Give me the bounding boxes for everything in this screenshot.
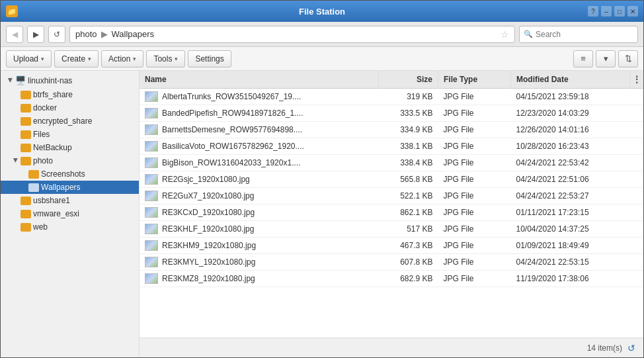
sidebar-item-photo[interactable]: ▶ photo bbox=[1, 154, 139, 167]
create-button[interactable]: Create ▾ bbox=[54, 50, 99, 67]
sidebar-item-docker[interactable]: docker bbox=[1, 101, 139, 114]
app-window: 📁 File Station ? – □ ✕ ◀ ▶ ↺ photo ▶ Wal… bbox=[0, 0, 644, 358]
help-button[interactable]: ? bbox=[588, 6, 598, 17]
file-name: BigBison_ROW1316042033_1920x1.... bbox=[162, 158, 300, 167]
table-row[interactable]: RE3KCxD_1920x1080.jpg 862.1 KB JPG File … bbox=[140, 204, 643, 221]
folder-icon-vmware bbox=[20, 210, 31, 218]
view-more-button[interactable]: ▾ bbox=[596, 50, 616, 67]
file-name-cell: RE2Gsjc_1920x1080.jpg bbox=[140, 171, 379, 188]
wallpapers-label: Wallpapers bbox=[41, 183, 81, 192]
sidebar-item-usbshare1[interactable]: usbshare1 bbox=[1, 194, 139, 207]
file-name: BarnettsDemesne_ROW9577694898.... bbox=[162, 125, 302, 134]
col-size[interactable]: Size bbox=[379, 71, 438, 89]
btrfs-label: btrfs_share bbox=[33, 90, 73, 99]
file-type: JPG File bbox=[438, 254, 511, 271]
file-modified: 12/26/2020 14:01:16 bbox=[511, 122, 630, 138]
file-type: JPG File bbox=[438, 122, 511, 138]
search-icon: 🔍 bbox=[524, 30, 533, 38]
tools-arrow: ▾ bbox=[175, 56, 178, 62]
titlebar: 📁 File Station ? – □ ✕ bbox=[1, 1, 643, 22]
table-header: Name Size File Type Modified Date bbox=[140, 71, 643, 89]
file-thumbnail bbox=[145, 91, 158, 102]
file-name-cell: RE2GuX7_1920x1080.jpg bbox=[140, 188, 379, 204]
folder-icon-photo bbox=[20, 157, 31, 165]
tools-button[interactable]: Tools ▾ bbox=[146, 50, 185, 67]
window-title: File Station bbox=[299, 7, 345, 17]
table-row[interactable]: AlbertaTrunks_ROW3515049267_19.... 319 K… bbox=[140, 89, 643, 105]
file-modified: 11/19/2020 17:38:06 bbox=[511, 271, 630, 287]
file-more bbox=[630, 105, 644, 122]
vmware-label: vmware_esxi bbox=[33, 209, 79, 218]
file-size: 333.5 KB bbox=[379, 105, 438, 122]
sidebar-item-btrfs_share[interactable]: btrfs_share bbox=[1, 88, 139, 101]
close-button[interactable]: ✕ bbox=[627, 6, 638, 17]
file-name: RE3KHLF_1920x1080.jpg bbox=[162, 224, 254, 234]
table-row[interactable]: BigBison_ROW1316042033_1920x1.... 338.4 … bbox=[140, 155, 643, 171]
file-size: 338.4 KB bbox=[379, 155, 438, 171]
favorite-button[interactable]: ☆ bbox=[501, 29, 509, 40]
settings-button[interactable]: Settings bbox=[188, 50, 231, 67]
table-row[interactable]: RE3KMZ8_1920x1080.jpg 682.9 KB JPG File … bbox=[140, 271, 643, 287]
col-modified[interactable]: Modified Date bbox=[511, 71, 630, 89]
action-button[interactable]: Action ▾ bbox=[101, 50, 143, 67]
forward-button[interactable]: ▶ bbox=[27, 26, 44, 43]
table-row[interactable]: RE3KMYL_1920x1080.jpg 607.8 KB JPG File … bbox=[140, 254, 643, 271]
web-arrow bbox=[11, 222, 20, 232]
file-modified: 04/15/2021 23:59:18 bbox=[511, 89, 630, 105]
col-name[interactable]: Name bbox=[140, 71, 379, 89]
sidebar-item-netbackup[interactable]: NetBackup bbox=[1, 141, 139, 154]
app-icon: 📁 bbox=[6, 5, 18, 17]
file-more bbox=[630, 271, 644, 287]
sidebar-item-wallpapers[interactable]: Wallpapers bbox=[1, 181, 139, 194]
create-label: Create bbox=[61, 54, 85, 64]
file-thumbnail bbox=[145, 141, 158, 152]
sidebar-item-encrypted_share[interactable]: encrypted_share bbox=[1, 114, 139, 128]
files-label: Files bbox=[33, 130, 50, 139]
folder-icon-screenshots bbox=[28, 170, 39, 179]
file-thumbnail bbox=[145, 273, 158, 284]
table-row[interactable]: RE2Gsjc_1920x1080.jpg 565.8 KB JPG File … bbox=[140, 171, 643, 188]
back-button[interactable]: ◀ bbox=[6, 26, 23, 43]
table-row[interactable]: BasilicaVoto_ROW1675782962_1920.... 338.… bbox=[140, 138, 643, 155]
file-size: 338.1 KB bbox=[379, 138, 438, 155]
file-size: 517 KB bbox=[379, 221, 438, 238]
upload-button[interactable]: Upload ▾ bbox=[6, 50, 52, 67]
usb-arrow bbox=[11, 196, 20, 205]
minimize-button[interactable]: – bbox=[601, 6, 612, 17]
statusbar-refresh-button[interactable]: ↺ bbox=[627, 343, 635, 353]
col-more[interactable]: ⋮ bbox=[630, 71, 644, 89]
maximize-button[interactable]: □ bbox=[614, 6, 625, 17]
sidebar-item-files[interactable]: Files bbox=[1, 128, 139, 141]
table-row[interactable]: RE3KHLF_1920x1080.jpg 517 KB JPG File 10… bbox=[140, 221, 643, 238]
btrfs-arrow bbox=[11, 90, 20, 99]
sidebar-root[interactable]: ▶ 🖥️ linuxhint-nas bbox=[1, 73, 139, 88]
web-label: web bbox=[33, 222, 48, 232]
sidebar-item-screenshots[interactable]: Screenshots bbox=[1, 167, 139, 181]
tools-label: Tools bbox=[153, 54, 172, 64]
table-row[interactable]: RE3KHM9_1920x1080.jpg 467.3 KB JPG File … bbox=[140, 238, 643, 254]
table-row[interactable]: RE2GuX7_1920x1080.jpg 522.1 KB JPG File … bbox=[140, 188, 643, 204]
file-list: Name Size File Type Modified Date bbox=[140, 71, 643, 357]
sort-button[interactable]: ⇅ bbox=[618, 50, 638, 67]
sidebar-item-web[interactable]: web bbox=[1, 220, 139, 234]
list-view-button[interactable]: ≡ bbox=[573, 50, 593, 67]
file-more bbox=[630, 89, 644, 105]
file-type: JPG File bbox=[438, 155, 511, 171]
file-modified: 01/09/2021 18:49:49 bbox=[511, 238, 630, 254]
upload-label: Upload bbox=[13, 54, 38, 64]
settings-label: Settings bbox=[195, 54, 223, 64]
sidebar-item-vmware[interactable]: vmware_esxi bbox=[1, 207, 139, 220]
col-type[interactable]: File Type bbox=[438, 71, 511, 89]
action-right: ≡ ▾ ⇅ bbox=[573, 50, 638, 67]
table-row[interactable]: BarnettsDemesne_ROW9577694898.... 334.9 … bbox=[140, 122, 643, 138]
table-row[interactable]: BandedPipefish_ROW9418971826_1.... 333.5… bbox=[140, 105, 643, 122]
file-name: BandedPipefish_ROW9418971826_1.... bbox=[162, 109, 303, 118]
search-input[interactable] bbox=[536, 30, 628, 39]
file-thumbnail bbox=[145, 174, 158, 185]
file-more bbox=[630, 122, 644, 138]
file-thumbnail bbox=[145, 207, 158, 218]
file-table: Name Size File Type Modified Date bbox=[140, 71, 643, 337]
file-name: RE2Gsjc_1920x1080.jpg bbox=[162, 175, 250, 184]
file-modified: 04/24/2021 22:53:27 bbox=[511, 188, 630, 204]
refresh-nav-button[interactable]: ↺ bbox=[48, 26, 65, 43]
